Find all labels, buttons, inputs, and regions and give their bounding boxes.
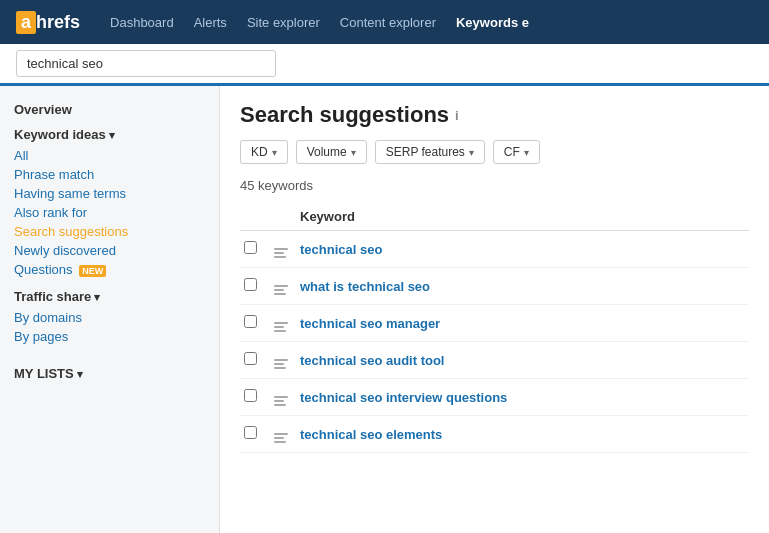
nav-site-explorer[interactable]: Site explorer [247,15,320,30]
table-row: technical seo [240,231,749,268]
sidebar-overview-group: Overview [14,102,205,117]
lines-icon[interactable] [272,431,290,445]
sidebar-item-also-rank-for[interactable]: Also rank for [14,203,205,222]
sidebar-item-all[interactable]: All [14,146,205,165]
keyword-link[interactable]: technical seo manager [300,316,440,331]
col-keyword: Keyword [296,203,749,231]
lines-icon[interactable] [272,320,290,334]
sidebar-traffic-share-title[interactable]: Traffic share [14,289,205,304]
logo[interactable]: a hrefs [16,11,80,34]
table-header-row: Keyword [240,203,749,231]
sidebar-item-phrase-match[interactable]: Phrase match [14,165,205,184]
keyword-link[interactable]: technical seo interview questions [300,390,507,405]
info-icon[interactable]: i [455,108,459,123]
keyword-link[interactable]: what is technical seo [300,279,430,294]
table-row: technical seo audit tool [240,342,749,379]
sidebar-my-lists-group: MY LISTS [14,366,205,381]
col-checkbox [240,203,268,231]
table-row: technical seo elements [240,416,749,453]
table-row: technical seo interview questions [240,379,749,416]
keyword-link[interactable]: technical seo audit tool [300,353,444,368]
content-area: Search suggestions i KD Volume SERP feat… [220,86,769,533]
new-badge: NEW [79,265,106,277]
page-title: Search suggestions i [240,102,749,128]
sidebar-item-having-same-terms[interactable]: Having same terms [14,184,205,203]
nav-keywords[interactable]: Keywords e [456,15,529,30]
lines-icon[interactable] [272,357,290,371]
filter-bar: KD Volume SERP features CF [240,140,749,164]
lines-icon[interactable] [272,283,290,297]
sidebar-item-by-domains[interactable]: By domains [14,308,205,327]
row-checkbox[interactable] [244,278,257,291]
search-bar [0,44,769,86]
lines-icon[interactable] [272,246,290,260]
sidebar-my-lists-title[interactable]: MY LISTS [14,366,205,381]
filter-serp-features[interactable]: SERP features [375,140,485,164]
table-row: what is technical seo [240,268,749,305]
row-checkbox[interactable] [244,315,257,328]
logo-hrefs: hrefs [36,12,80,33]
sidebar-item-questions[interactable]: Questions NEW [14,260,205,279]
sidebar-item-search-suggestions[interactable]: Search suggestions [14,222,205,241]
logo-a: a [16,11,36,34]
filter-cf[interactable]: CF [493,140,540,164]
keywords-count: 45 keywords [240,178,749,193]
sidebar: Overview Keyword ideas All Phrase match … [0,86,220,533]
nav-alerts[interactable]: Alerts [194,15,227,30]
filter-volume[interactable]: Volume [296,140,367,164]
table-row: technical seo manager [240,305,749,342]
sidebar-item-newly-discovered[interactable]: Newly discovered [14,241,205,260]
row-checkbox[interactable] [244,352,257,365]
nav-content-explorer[interactable]: Content explorer [340,15,436,30]
nav-dashboard[interactable]: Dashboard [110,15,174,30]
filter-kd[interactable]: KD [240,140,288,164]
top-navigation: a hrefs Dashboard Alerts Site explorer C… [0,0,769,44]
sidebar-keyword-ideas-group: Keyword ideas All Phrase match Having sa… [14,127,205,279]
row-checkbox[interactable] [244,241,257,254]
main-layout: Overview Keyword ideas All Phrase match … [0,86,769,533]
sidebar-traffic-share-group: Traffic share By domains By pages [14,289,205,346]
keyword-link[interactable]: technical seo elements [300,427,442,442]
keywords-table: Keyword technical seowhat is technical s… [240,203,749,453]
sidebar-overview-title: Overview [14,102,205,117]
sidebar-item-by-pages[interactable]: By pages [14,327,205,346]
lines-icon[interactable] [272,394,290,408]
search-input[interactable] [16,50,276,77]
col-icon [268,203,296,231]
row-checkbox[interactable] [244,426,257,439]
keyword-link[interactable]: technical seo [300,242,382,257]
row-checkbox[interactable] [244,389,257,402]
sidebar-keyword-ideas-title[interactable]: Keyword ideas [14,127,205,142]
